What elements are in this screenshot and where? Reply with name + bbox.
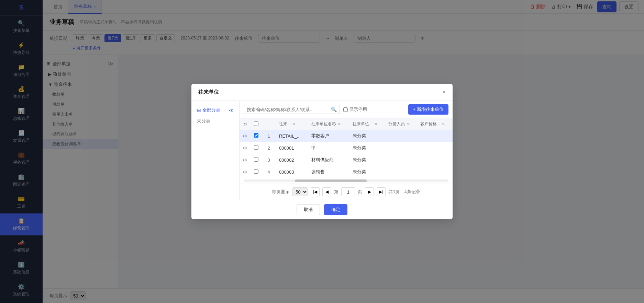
row-price — [417, 142, 453, 154]
grid-icon: ⊞ — [197, 107, 201, 113]
col-header-num — [262, 118, 276, 130]
row-price — [417, 130, 453, 142]
scroll-thumb[interactable] — [295, 179, 367, 182]
modal-footer: 取消 确定 — [191, 200, 453, 219]
modal-search-box: 🔍 — [244, 105, 340, 114]
sort-icon: ⇅ — [407, 122, 410, 126]
table-row[interactable]: ⚙ 3 000002 材料供应商 未分类 — [240, 154, 453, 166]
row-price — [417, 154, 453, 166]
col-header-setting[interactable]: ⚙ — [240, 118, 251, 130]
row-person — [385, 142, 417, 154]
modal-right-panel: 🔍 显示停用 + 新增往来单位 ⚙ — [240, 101, 453, 200]
modal-all-category[interactable]: ⊞ 全部分类 ≪ — [191, 104, 239, 116]
row-category: 未分类 — [349, 154, 385, 166]
row-setting[interactable]: ⚙ — [240, 130, 251, 142]
row-setting[interactable]: ⚙ — [240, 166, 251, 178]
modal-uncategorized[interactable]: 未分类 — [191, 116, 239, 126]
add-party-button[interactable]: + 新增往来单位 — [408, 104, 448, 115]
select-all-checkbox[interactable] — [254, 121, 258, 126]
modal-header: 往来单位 × — [191, 84, 453, 101]
table-header-row: ⚙ 往来... ⇅ 往来单位名称 ⇅ — [240, 118, 453, 130]
table-row[interactable]: ⚙ 4 000003 张销售 未分类 — [240, 166, 453, 178]
page-word: 第 — [334, 189, 338, 195]
row-name: 材料供应商 — [308, 154, 349, 166]
row-checkbox[interactable] — [251, 154, 262, 166]
show-disabled-checkbox[interactable]: 显示停用 — [343, 106, 367, 113]
row-setting[interactable]: ⚙ — [240, 154, 251, 166]
per-page-select[interactable]: 50 — [292, 187, 308, 196]
row-num: 4 — [262, 166, 276, 178]
row-checkbox[interactable] — [251, 130, 262, 142]
sort-icon: ⇅ — [338, 122, 341, 126]
cancel-button[interactable]: 取消 — [297, 204, 320, 215]
row-category: 未分类 — [349, 166, 385, 178]
collapse-arrow-icon[interactable]: ≪ — [229, 108, 234, 113]
col-header-price[interactable]: 客户价格... ⇅ — [417, 118, 453, 130]
row-person — [385, 154, 417, 166]
modal-scrollbar[interactable] — [240, 178, 453, 184]
next-page-btn[interactable]: ▶ — [365, 187, 374, 196]
col-header-checkbox[interactable] — [251, 118, 262, 130]
col-header-code[interactable]: 往来... ⇅ — [276, 118, 308, 130]
col-header-name[interactable]: 往来单位名称 ⇅ — [308, 118, 349, 130]
modal-toolbar: 🔍 显示停用 + 新增往来单位 — [240, 101, 453, 118]
sort-icon: ⇅ — [442, 122, 445, 126]
page-number-input[interactable] — [341, 187, 355, 196]
row-code: 000002 — [276, 154, 308, 166]
row-price — [417, 166, 453, 178]
row-name: 甲 — [308, 142, 349, 154]
row-num: 3 — [262, 154, 276, 166]
row-category: 未分类 — [349, 130, 385, 142]
table-row[interactable]: ⚙ 1 RETAIL_... 零散客户 未分类 — [240, 130, 453, 142]
col-header-category[interactable]: 往来单位... ⇅ — [349, 118, 385, 130]
row-person — [385, 166, 417, 178]
row-setting[interactable]: ⚙ — [240, 142, 251, 154]
confirm-button[interactable]: 确定 — [324, 204, 347, 215]
total-records: 共1页，4条记录 — [388, 189, 420, 195]
modal-title: 往来单位 — [198, 89, 219, 95]
scroll-track — [244, 179, 448, 182]
sort-icon: ⇅ — [375, 122, 377, 126]
row-person — [385, 130, 417, 142]
row-name: 张销售 — [308, 166, 349, 178]
last-page-btn[interactable]: ▶| — [377, 187, 386, 196]
row-code: RETAIL_... — [276, 130, 308, 142]
row-category: 未分类 — [349, 142, 385, 154]
modal-close-btn[interactable]: × — [442, 89, 446, 96]
show-disabled-check[interactable] — [343, 107, 348, 112]
search-icon: 🔍 — [331, 107, 337, 112]
modal-body: ⊞ 全部分类 ≪ 未分类 🔍 显示停用 — [191, 101, 453, 200]
table-row[interactable]: ⚙ 2 000001 甲 未分类 — [240, 142, 453, 154]
modal-table: ⚙ 往来... ⇅ 往来单位名称 ⇅ — [240, 118, 453, 178]
row-code: 000003 — [276, 166, 308, 178]
sort-icon: ⇅ — [292, 122, 295, 126]
row-checkbox[interactable] — [251, 142, 262, 154]
row-checkbox[interactable] — [251, 166, 262, 178]
row-code: 000001 — [276, 142, 308, 154]
prev-page-btn[interactable]: ◀ — [322, 187, 331, 196]
party-modal: 往来单位 × ⊞ 全部分类 ≪ 未分类 — [191, 84, 453, 219]
modal-table-container: ⚙ 往来... ⇅ 往来单位名称 ⇅ — [240, 118, 453, 178]
col-header-person[interactable]: 分管人员 ⇅ — [385, 118, 417, 130]
row-num: 2 — [262, 142, 276, 154]
modal-search-input[interactable] — [247, 107, 329, 112]
row-num: 1 — [262, 130, 276, 142]
modal-overlay[interactable]: 往来单位 × ⊞ 全部分类 ≪ 未分类 — [0, 0, 644, 303]
modal-left-panel: ⊞ 全部分类 ≪ 未分类 — [191, 101, 240, 200]
first-page-btn[interactable]: |◀ — [311, 187, 320, 196]
row-name: 零散客户 — [308, 130, 349, 142]
modal-pagination: 每页显示 50 |◀ ◀ 第 页 ▶ ▶| 共1页，4条记录 — [240, 184, 453, 200]
